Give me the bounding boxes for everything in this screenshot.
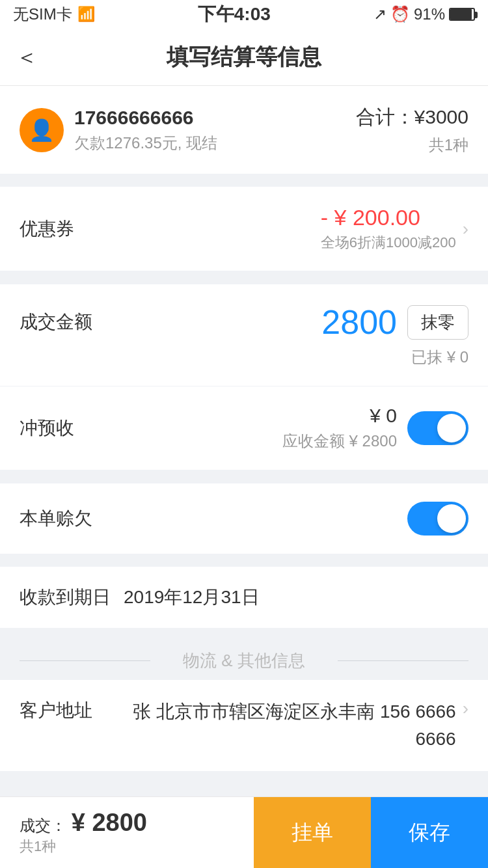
amount-row: 成交金额 2800 抹零: [20, 303, 468, 342]
bottom-deal-label: 成交：: [20, 817, 66, 834]
status-time: 下午4:03: [198, 2, 271, 27]
address-label: 客户地址: [20, 698, 92, 723]
coupon-row[interactable]: 优惠券 - ¥ 200.00 全场6折满1000减200 ›: [0, 187, 488, 271]
bottom-deal-row: 成交： ¥ 2800: [20, 809, 234, 837]
transaction-label: 成交金额: [20, 310, 92, 334]
advance-amount: ¥ 0: [282, 405, 397, 427]
hang-button[interactable]: 挂单: [254, 797, 371, 869]
transaction-section: 成交金额 2800 抹零 已抹 ¥ 0: [0, 284, 488, 387]
battery-icon: [449, 8, 475, 21]
user-right: 合计：¥3000 共1种: [356, 104, 468, 156]
status-bar: 无SIM卡 📶 下午4:03 ↗ ⏰ 91%: [0, 0, 488, 29]
bottom-amount: ¥ 2800: [72, 809, 147, 836]
bottom-bar: 成交： ¥ 2800 共1种 挂单 保存: [0, 796, 488, 868]
address-section[interactable]: 客户地址 张 北京市市辖区海淀区永丰南 156 6666 6666 ›: [0, 680, 488, 771]
due-date-section: 收款到期日 2019年12月31日: [0, 567, 488, 628]
debit-section: 本单赊欠: [0, 483, 488, 554]
transaction-value: 2800: [321, 303, 397, 342]
total-amount: 合计：¥3000: [356, 104, 468, 131]
save-button[interactable]: 保存: [371, 797, 488, 869]
divider-4: [0, 554, 488, 567]
avatar: 👤: [20, 108, 64, 152]
location-icon: ↗: [373, 5, 386, 23]
coupon-amount: - ¥ 200.00: [321, 205, 456, 230]
nav-bar: ＜ 填写结算等信息: [0, 29, 488, 86]
section-line-right: [338, 660, 468, 661]
user-debt: 欠款1276.35元, 现结: [74, 133, 217, 154]
user-phone: 17666666666: [74, 107, 217, 129]
divider-1: [0, 174, 488, 187]
page-title: 填写结算等信息: [167, 42, 321, 72]
address-right: 张 北京市市辖区海淀区永丰南 156 6666 6666 ›: [105, 698, 468, 753]
debit-toggle-knob: [437, 504, 466, 533]
main-content: 👤 17666666666 欠款1276.35元, 现结 合计：¥3000 共1…: [0, 86, 488, 849]
battery-percent: 91%: [414, 5, 445, 23]
coupon-section: 优惠券 - ¥ 200.00 全场6折满1000减200 ›: [0, 187, 488, 271]
status-right: ↗ ⏰ 91%: [373, 5, 475, 23]
advance-section: 冲预收 ¥ 0 应收金额 ¥ 2800: [0, 387, 488, 470]
amount-right: 2800 抹零: [321, 303, 468, 342]
coupon-arrow-icon: ›: [463, 219, 468, 239]
advance-row: 冲预收 ¥ 0 应收金额 ¥ 2800: [20, 405, 468, 452]
coupon-info: - ¥ 200.00 全场6折满1000减200: [321, 205, 456, 252]
user-card: 👤 17666666666 欠款1276.35元, 现结 合计：¥3000 共1…: [0, 86, 488, 174]
advance-info: ¥ 0 应收金额 ¥ 2800: [282, 405, 397, 452]
round-button[interactable]: 抹零: [407, 305, 468, 340]
debit-toggle[interactable]: [407, 502, 468, 536]
debit-label: 本单赊欠: [20, 506, 92, 531]
divider-3: [0, 470, 488, 483]
section-line-left: [20, 660, 150, 661]
alarm-icon: ⏰: [390, 5, 410, 23]
coupon-desc: 全场6折满1000减200: [321, 233, 456, 252]
coupon-right: - ¥ 200.00 全场6折满1000减200 ›: [321, 205, 468, 252]
advance-label: 冲预收: [20, 416, 74, 441]
receivable-text: 应收金额 ¥ 2800: [282, 431, 397, 452]
user-info: 17666666666 欠款1276.35元, 现结: [74, 107, 217, 154]
address-value: 张 北京市市辖区海淀区永丰南 156 6666 6666: [105, 698, 456, 753]
divider-2: [0, 271, 488, 284]
due-date-label: 收款到期日: [20, 585, 111, 610]
bottom-count: 共1种: [20, 837, 234, 856]
coupon-label: 优惠券: [20, 217, 74, 241]
no-sim-text: 无SIM卡: [13, 4, 72, 25]
status-left: 无SIM卡 📶: [13, 4, 95, 25]
bottom-left: 成交： ¥ 2800 共1种: [0, 809, 254, 856]
toggle-knob: [437, 414, 466, 442]
wifi-icon: 📶: [77, 6, 95, 23]
total-count: 共1种: [356, 135, 468, 156]
due-date-value: 2019年12月31日: [124, 585, 260, 610]
logistics-section-header: 物流 & 其他信息: [0, 641, 488, 680]
divider-5: [0, 628, 488, 641]
back-button[interactable]: ＜: [16, 42, 38, 72]
advance-toggle[interactable]: [407, 411, 468, 445]
already-rounded-text: 已抹 ¥ 0: [20, 347, 468, 368]
address-arrow-icon: ›: [463, 698, 468, 719]
user-left: 👤 17666666666 欠款1276.35元, 现结: [20, 107, 217, 154]
advance-right: ¥ 0 应收金额 ¥ 2800: [282, 405, 468, 452]
logistics-section-title: 物流 & 其他信息: [183, 649, 305, 672]
